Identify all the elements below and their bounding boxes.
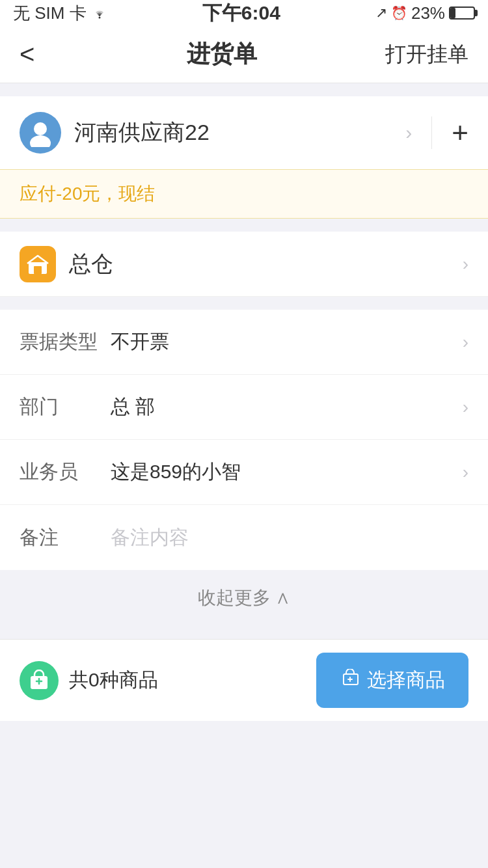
salesman-value: 这是859的小智 xyxy=(111,459,463,485)
collapse-button[interactable]: 收起更多 ∧ xyxy=(0,570,488,626)
supplier-chevron-icon: › xyxy=(405,122,412,144)
product-icon xyxy=(20,661,59,700)
invoice-value: 不开票 xyxy=(111,329,463,355)
battery-percent: 23% xyxy=(411,3,445,23)
collapse-label: 收起更多 ∧ xyxy=(198,586,291,610)
select-btn-label: 选择商品 xyxy=(367,667,445,694)
vertical-divider xyxy=(431,116,432,149)
status-left: 无 SIM 卡 xyxy=(13,2,107,25)
form-row-remark[interactable]: 备注 备注内容 xyxy=(0,505,488,570)
location-icon: ↗ xyxy=(375,5,387,21)
invoice-chevron-icon: › xyxy=(463,332,468,353)
svg-point-1 xyxy=(34,122,47,135)
notice-bar: 应付-20元，现结 xyxy=(0,169,488,219)
status-time: 下午6:04 xyxy=(202,0,280,27)
battery-icon xyxy=(449,7,475,20)
remark-value[interactable]: 备注内容 xyxy=(111,524,468,551)
supplier-section: 河南供应商22 › + 应付-20元，现结 xyxy=(0,96,488,219)
nav-title: 进货单 xyxy=(187,38,257,70)
warehouse-chevron-icon: › xyxy=(463,254,468,275)
wifi-icon xyxy=(92,3,107,23)
supplier-avatar xyxy=(20,112,61,154)
dept-chevron-icon: › xyxy=(463,397,468,418)
bottom-bar: 共0种商品 选择商品 xyxy=(0,639,488,721)
select-product-button[interactable]: 选择商品 xyxy=(316,653,468,708)
add-supplier-button[interactable]: + xyxy=(452,118,468,147)
svg-rect-4 xyxy=(34,266,42,274)
svg-point-2 xyxy=(30,135,51,147)
alarm-icon: ⏰ xyxy=(391,5,407,21)
warehouse-name: 总仓 xyxy=(69,249,463,279)
product-count-text: 共0种商品 xyxy=(69,667,158,694)
supplier-name: 河南供应商22 xyxy=(74,118,405,148)
open-pending-button[interactable]: 打开挂单 xyxy=(385,40,468,69)
invoice-label: 票据类型 xyxy=(20,329,111,355)
supplier-row[interactable]: 河南供应商22 › + xyxy=(0,96,488,169)
section-divider-1 xyxy=(0,83,488,96)
cart-icon xyxy=(340,669,360,692)
remark-label: 备注 xyxy=(20,524,111,551)
salesman-label: 业务员 xyxy=(20,459,111,485)
warehouse-row[interactable]: 总仓 › xyxy=(0,232,488,297)
status-right: ↗ ⏰ 23% xyxy=(375,3,475,23)
form-row-dept[interactable]: 部门 总 部 › xyxy=(0,375,488,440)
back-button[interactable]: < xyxy=(20,40,59,69)
salesman-chevron-icon: › xyxy=(463,462,468,483)
supplier-actions: › + xyxy=(405,116,468,149)
notice-text: 应付-20元，现结 xyxy=(20,183,155,204)
nav-bar: < 进货单 打开挂单 xyxy=(0,26,488,83)
carrier-text: 无 SIM 卡 xyxy=(13,2,87,25)
section-divider-2 xyxy=(0,219,488,232)
dept-value: 总 部 xyxy=(111,394,463,420)
dept-label: 部门 xyxy=(20,394,111,420)
section-divider-3 xyxy=(0,297,488,310)
warehouse-icon-bg xyxy=(20,246,56,282)
status-bar: 无 SIM 卡 下午6:04 ↗ ⏰ 23% xyxy=(0,0,488,26)
product-count-section: 共0种商品 xyxy=(20,661,158,700)
form-section: 票据类型 不开票 › 部门 总 部 › 业务员 这是859的小智 › 备注 备注… xyxy=(0,310,488,570)
page-background xyxy=(0,721,488,851)
form-row-salesman[interactable]: 业务员 这是859的小智 › xyxy=(0,440,488,505)
form-row-invoice[interactable]: 票据类型 不开票 › xyxy=(0,310,488,375)
svg-point-0 xyxy=(98,16,100,18)
